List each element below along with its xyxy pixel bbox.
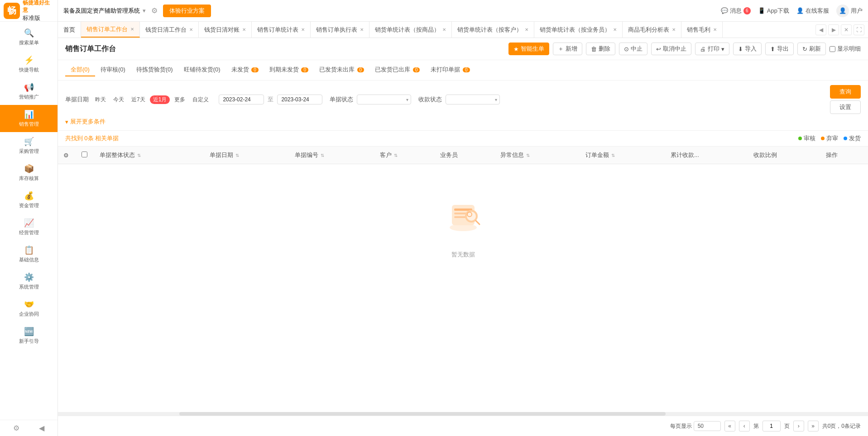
tab-sales-exec[interactable]: 销售订单执行表 ✕ [311,22,369,38]
tab-close-icon[interactable]: ✕ [613,27,617,32]
filter-tab-pending-review[interactable]: 待审核(0) [95,64,131,76]
sort-icon[interactable]: ⇅ [137,153,141,158]
sort-icon[interactable]: ⇅ [394,153,398,158]
sidebar-item-quick-nav[interactable]: ⚡ 快捷导航 [0,51,58,78]
stop-btn[interactable]: ⊙ 中止 [619,43,647,55]
collapse-icon[interactable]: ◀ [39,424,44,432]
unconfirm-btn[interactable]: 弃审 [821,134,838,142]
sidebar-item-finance[interactable]: 💰 资金管理 [0,186,58,213]
tab-close-icon[interactable]: ✕ [442,27,446,32]
date-yesterday-btn[interactable]: 昨天 [92,95,109,104]
settings-icon[interactable]: ⚙ [13,424,19,432]
page-first-btn[interactable]: « [724,421,735,431]
filter-tab-no-print[interactable]: 未打印单据 0 [425,64,475,76]
payment-select[interactable] [446,95,500,104]
date-more-btn[interactable]: 更多 [172,95,188,104]
sidebar-item-inventory[interactable]: 📦 库存核算 [0,159,58,186]
sidebar-item-sales[interactable]: 📊 销售管理 [0,105,58,132]
sidebar-item-marketing[interactable]: 📢 营销推广 [0,78,58,105]
tab-cash-daily[interactable]: 钱货日清工作台 ✕ [140,22,199,38]
user-item[interactable]: 👤 用户 [836,5,863,17]
hscroll-bar[interactable] [58,412,868,416]
date-from-input[interactable] [219,95,264,104]
sort-icon[interactable]: ⇅ [235,153,239,158]
tab-sales-stat[interactable]: 销售订单统计表 ✕ [252,22,311,38]
query-btn[interactable]: 查询 [830,85,861,99]
export-btn[interactable]: ⬆ 导出 [765,43,794,55]
tab-close-icon[interactable]: ✕ [713,27,717,32]
show-detail-checkbox[interactable] [830,46,835,52]
refresh-btn[interactable]: ↻ 刷新 [797,43,826,55]
status-select[interactable] [357,95,411,104]
filter-tab-pending-inspect[interactable]: 待拣货验货(0) [131,64,178,76]
sidebar-item-search[interactable]: 🔍 搜索菜单 [0,24,58,51]
sidebar-item-purchase[interactable]: 🛒 采购管理 [0,132,58,159]
tab-close-icon[interactable]: ✕ [301,27,305,32]
ship-btn[interactable]: 发货 [844,134,861,142]
date-custom-btn[interactable]: 自定义 [190,95,211,104]
expand-btn[interactable]: ▾ 展开更多条件 [65,118,861,126]
filter-tab-shipped-out[interactable]: 已发货已出库 0 [369,64,425,76]
tab-close-icon[interactable]: ✕ [242,27,246,32]
tab-sales-more[interactable]: 销售毛利 ✕ [681,22,723,38]
app-download-item[interactable]: 📱 App下载 [758,7,789,15]
new-btn[interactable]: ＋ 新增 [553,43,582,55]
tab-close-icon[interactable]: ✕ [189,27,193,32]
page-next-btn[interactable]: › [793,421,804,431]
sidebar-item-operation[interactable]: 📈 经营管理 [0,213,58,241]
sort-icon[interactable]: ⇅ [611,153,615,158]
date-to-input[interactable] [277,95,322,104]
filter-tab-all[interactable]: 全部(0) [65,64,95,76]
tab-scroll-left-icon[interactable]: ◀ [815,24,826,35]
filter-tab-wangpu[interactable]: 旺铺待发货(0) [178,64,226,76]
filter-tab-overdue-unship[interactable]: 到期未发货 0 [264,64,314,76]
tab-cash-reconcile[interactable]: 钱货日清对账 ✕ [199,22,252,38]
import-btn[interactable]: ⬇ 导入 [733,43,762,55]
sidebar-item-basic-info[interactable]: 📋 基础信息 [0,241,58,268]
page-number-input[interactable] [762,421,781,431]
tab-close-icon[interactable]: ✕ [130,27,134,32]
page-size-select: 每页显示 20 50 100 [670,421,721,431]
tab-gross-profit[interactable]: 商品毛利分析表 ✕ [623,22,681,38]
message-item[interactable]: 💬 消息 6 [721,7,751,15]
sidebar-item-corp[interactable]: 🤝 企业协同 [0,295,58,322]
tab-scroll-right-icon[interactable]: ▶ [828,24,839,35]
tab-close-icon[interactable]: ✕ [525,27,528,32]
tab-fullscreen-icon[interactable]: ⛶ [854,24,864,35]
settings-icon[interactable]: ⚙ [63,152,69,159]
tab-close-icon[interactable]: ✕ [360,27,364,32]
page-last-btn[interactable]: » [808,421,819,431]
tab-home[interactable]: 首页 [58,22,81,38]
filter-tab-not-shipped[interactable]: 未发货 0 [226,64,264,76]
date-1month-btn[interactable]: 近1月 [150,95,170,104]
smart-create-btn[interactable]: ★ 智能生单 [508,43,549,55]
page-prev-btn[interactable]: ‹ [739,421,750,431]
select-all-checkbox[interactable] [82,152,87,157]
cancel-stop-btn[interactable]: ↩ 取消中止 [651,43,691,55]
date-7days-btn[interactable]: 近7天 [129,95,148,104]
print-btn[interactable]: 🖨 打印 ▾ [695,43,729,55]
review-btn[interactable]: 审核 [798,134,815,142]
date-today-btn[interactable]: 今天 [110,95,127,104]
delete-btn[interactable]: 🗑 删除 [586,43,615,55]
tab-sales-stat-staff[interactable]: 销货单统计表（按业务员） ✕ [534,22,623,38]
sidebar-item-guide[interactable]: 🆕 新手引导 [0,322,58,349]
tab-sales-stat-product[interactable]: 销货单统计表（按商品） ✕ [369,22,452,38]
page-size-dropdown[interactable]: 20 50 100 [694,421,721,431]
empty-icon [441,191,486,245]
system-dropdown-icon[interactable]: ▾ [143,7,146,14]
tab-sales-order[interactable]: 销售订单工作台 ✕ [81,22,140,38]
set-btn[interactable]: 设置 [830,100,861,114]
sort-icon[interactable]: ⇅ [321,153,324,158]
show-detail-checkbox-label[interactable]: 显示明细 [830,45,861,53]
tab-sales-stat-customer[interactable]: 销货单统计表（按客户） ✕ [452,22,534,38]
tab-close-all-icon[interactable]: ✕ [841,24,852,35]
tab-close-icon[interactable]: ✕ [672,27,676,32]
online-service-item[interactable]: 👤 在线客服 [796,7,829,15]
sort-icon[interactable]: ⇅ [526,153,530,158]
sidebar-item-system[interactable]: ⚙️ 系统管理 [0,268,58,295]
industry-btn[interactable]: 体验行业方案 [163,5,211,17]
topbar-settings-icon[interactable]: ⚙ [151,6,158,15]
filter-tab-shipped-not-out[interactable]: 已发货未出库 0 [314,64,369,76]
payment-label: 收款状态 [418,95,442,104]
